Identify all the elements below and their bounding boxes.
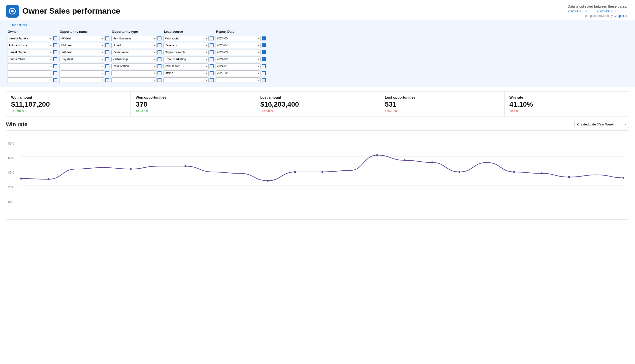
- filter-checkbox[interactable]: [158, 50, 162, 54]
- filter-checkbox[interactable]: [210, 71, 214, 75]
- filter-checkbox[interactable]: [210, 50, 214, 54]
- page-header: Owner Sales performance Data is collecte…: [0, 0, 635, 20]
- filter-checkbox[interactable]: [262, 44, 266, 47]
- filter-select[interactable]: Daniel Garcia: [7, 50, 52, 55]
- filter-checkbox[interactable]: [210, 57, 214, 61]
- filter-select[interactable]: 2024-03: [216, 50, 261, 55]
- filter-select[interactable]: [59, 70, 105, 76]
- filter-checkbox[interactable]: [53, 50, 57, 54]
- filter-select[interactable]: 2024-01: [216, 64, 261, 69]
- filter-column: OwnerHiroshi TanakaAntonio CostaDaniel G…: [6, 29, 58, 84]
- filter-row: Upsell: [110, 42, 163, 49]
- filter-row: Hiroshi Tanaka: [6, 35, 58, 42]
- coupler-link[interactable]: Coupler.io: [614, 14, 627, 18]
- filter-select[interactable]: Antonio Costa: [7, 43, 52, 48]
- filter-select[interactable]: 2024-05: [216, 36, 261, 41]
- filter-checkbox[interactable]: [210, 78, 214, 82]
- data-point: [185, 165, 187, 167]
- filter-checkbox[interactable]: [106, 78, 109, 82]
- filter-row: IBM deal: [58, 42, 110, 49]
- filter-select[interactable]: Reactivation: [111, 64, 157, 69]
- filter-row: Organic search: [163, 49, 215, 56]
- date-start[interactable]: 2024-01-08: [567, 9, 587, 13]
- filter-select[interactable]: Dell deal: [59, 50, 105, 55]
- filter-checkbox[interactable]: [262, 71, 266, 75]
- filter-checkbox[interactable]: [262, 36, 266, 40]
- filter-checkbox[interactable]: [158, 71, 162, 75]
- filter-select[interactable]: [164, 77, 209, 83]
- filter-checkbox[interactable]: [53, 44, 57, 47]
- filter-select[interactable]: [59, 64, 105, 69]
- filter-select[interactable]: Etsy deal: [59, 56, 105, 62]
- chart-container: 80%60%40%20%0%: [6, 130, 629, 220]
- kpi-value: 370: [136, 100, 250, 108]
- filter-select[interactable]: Upsell: [111, 43, 157, 48]
- filter-checkbox[interactable]: [158, 78, 162, 82]
- filter-checkbox[interactable]: [106, 50, 109, 54]
- filter-checkbox[interactable]: [106, 57, 109, 61]
- filter-checkbox[interactable]: [210, 44, 214, 47]
- filter-col-header: Opportunity type: [110, 29, 163, 35]
- filter-checkbox[interactable]: [158, 36, 162, 40]
- filter-row: Email marketing: [163, 56, 215, 63]
- filter-select[interactable]: New Business: [111, 36, 157, 41]
- filter-grid: OwnerHiroshi TanakaAntonio CostaDaniel G…: [6, 29, 629, 84]
- filter-select[interactable]: Offline: [164, 70, 209, 76]
- filter-col-header: Lead source: [163, 29, 215, 35]
- filter-select[interactable]: Organic search: [164, 50, 209, 55]
- filter-checkbox[interactable]: [158, 64, 162, 68]
- filter-checkbox[interactable]: [158, 57, 162, 61]
- filter-select[interactable]: 2024-04: [216, 43, 261, 48]
- filter-select[interactable]: Paid search: [164, 64, 209, 69]
- filter-checkbox[interactable]: [158, 44, 162, 47]
- filter-checkbox[interactable]: [106, 44, 109, 47]
- chart-dropdown[interactable]: Created date (Year Week)Created date (Mo…: [574, 121, 629, 128]
- filter-select[interactable]: 2024-02: [216, 56, 261, 62]
- filter-row: Paid social: [163, 35, 215, 42]
- date-end[interactable]: 2024-06-08: [596, 9, 616, 13]
- data-point: [376, 154, 378, 156]
- filter-select[interactable]: [111, 70, 157, 76]
- open-filters-button[interactable]: Open filters: [6, 23, 27, 27]
- filter-select[interactable]: Paid social: [164, 36, 209, 41]
- filter-row: HP deal: [58, 35, 110, 42]
- filter-checkbox[interactable]: [106, 36, 109, 40]
- filter-checkbox[interactable]: [262, 64, 266, 68]
- filter-checkbox[interactable]: [262, 57, 266, 61]
- filter-checkbox[interactable]: [106, 64, 109, 68]
- filter-checkbox[interactable]: [53, 36, 57, 40]
- filter-checkbox[interactable]: [53, 64, 57, 68]
- filter-select[interactable]: [7, 70, 52, 76]
- template-credit: Template provided by Coupler.io: [567, 14, 627, 18]
- filter-select[interactable]: Emma Chen: [7, 56, 52, 62]
- filter-checkbox[interactable]: [210, 64, 214, 68]
- filter-select[interactable]: Hiroshi Tanaka: [7, 36, 52, 41]
- kpi-card: Win rate41.10%9.6%: [504, 92, 629, 116]
- filter-checkbox[interactable]: [262, 50, 266, 54]
- filter-row: 2024-03: [215, 49, 267, 56]
- filter-select[interactable]: [59, 77, 105, 83]
- filter-select[interactable]: 2023-12: [216, 70, 261, 76]
- filter-select[interactable]: IBM deal: [59, 43, 105, 48]
- filter-select[interactable]: Referrals: [164, 43, 209, 48]
- kpi-title: Lost amount: [260, 96, 375, 100]
- kpi-value: $16,203,400: [260, 100, 375, 108]
- filter-column: Opportunity typeNew BusinessUpsellRemark…: [110, 29, 163, 84]
- filter-select[interactable]: Email marketing: [164, 56, 209, 62]
- kpi-value: 41.10%: [509, 100, 624, 108]
- filter-column: Opportunity nameHP dealIBM dealDell deal…: [58, 29, 110, 84]
- filter-select[interactable]: [216, 77, 261, 83]
- filter-checkbox[interactable]: [106, 71, 109, 75]
- filter-select[interactable]: Partnership: [111, 56, 157, 62]
- filter-checkbox[interactable]: [53, 78, 57, 82]
- filter-checkbox[interactable]: [210, 36, 214, 40]
- filter-select[interactable]: HP deal: [59, 36, 105, 41]
- filter-select[interactable]: [7, 77, 52, 83]
- filter-checkbox[interactable]: [262, 78, 266, 82]
- date-label: Data is collected between these dates:: [567, 4, 627, 8]
- filter-checkbox[interactable]: [53, 71, 57, 75]
- filter-select[interactable]: [111, 77, 157, 83]
- filter-select[interactable]: Remarketing: [111, 50, 157, 55]
- filter-checkbox[interactable]: [53, 57, 57, 61]
- filter-select[interactable]: [7, 64, 52, 69]
